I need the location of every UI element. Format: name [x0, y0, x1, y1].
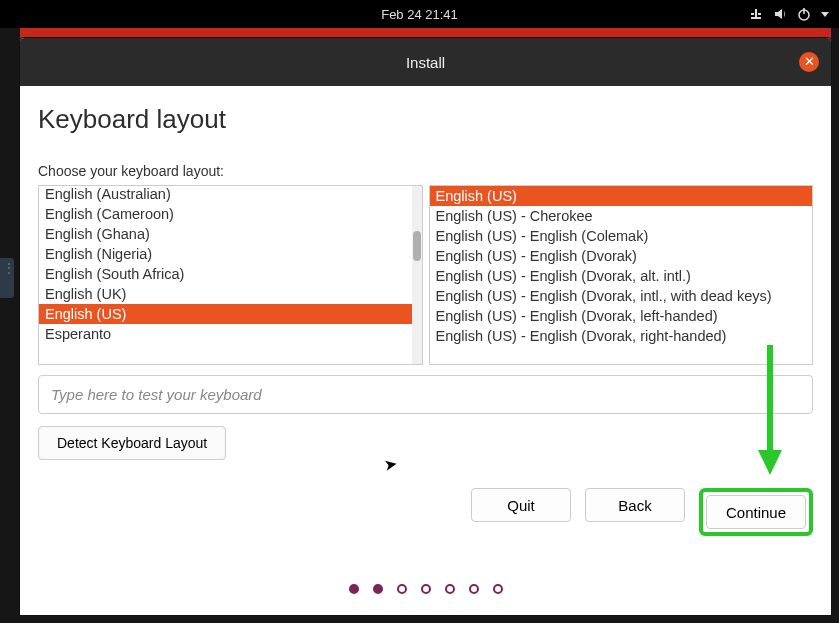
list-item[interactable]: English (US) [39, 304, 422, 324]
dock-reveal-tab[interactable] [0, 258, 14, 298]
installer-content: Keyboard layout Choose your keyboard lay… [20, 86, 831, 615]
volume-icon [773, 7, 787, 21]
back-button[interactable]: Back [585, 488, 685, 522]
scrollbar-thumb[interactable] [413, 231, 421, 261]
detect-layout-button[interactable]: Detect Keyboard Layout [38, 426, 226, 460]
list-item[interactable]: English (Cameroon) [39, 204, 422, 224]
gnome-topbar: Feb 24 21:41 [0, 0, 839, 28]
progress-dot [349, 584, 359, 594]
progress-dots [38, 584, 813, 594]
list-item[interactable]: Esperanto [39, 324, 422, 344]
list-item[interactable]: English (UK) [39, 284, 422, 304]
annotation-arrow [740, 340, 800, 490]
layout-prompt: Choose your keyboard layout: [38, 163, 813, 179]
progress-dot [421, 584, 431, 594]
topbar-status-area[interactable] [749, 0, 829, 28]
navigation-buttons: Quit Back Continue [38, 488, 813, 536]
list-item[interactable]: English (US) - English (Colemak) [430, 226, 813, 246]
scrollbar[interactable] [412, 186, 422, 364]
continue-highlight: Continue [699, 488, 813, 536]
installer-window: Install ✕ Keyboard layout Choose your ke… [20, 38, 831, 615]
topbar-datetime[interactable]: Feb 24 21:41 [381, 7, 458, 22]
list-item[interactable]: English (US) - English (Dvorak) [430, 246, 813, 266]
page-heading: Keyboard layout [38, 104, 813, 135]
continue-button[interactable]: Continue [706, 495, 806, 529]
layout-language-list[interactable]: DzongkhaEnglish (Australian)English (Cam… [38, 185, 423, 365]
progress-dot [469, 584, 479, 594]
progress-dot [373, 584, 383, 594]
list-item[interactable]: English (US) - Cherokee [430, 206, 813, 226]
close-icon: ✕ [804, 54, 815, 69]
progress-dot [493, 584, 503, 594]
list-item[interactable]: English (US) - English (Dvorak, alt. int… [430, 266, 813, 286]
window-title: Install [406, 54, 445, 71]
chevron-down-icon [821, 12, 829, 17]
progress-dot [445, 584, 455, 594]
network-icon [749, 7, 763, 21]
layout-variant-list[interactable]: English (US)English (US) - CherokeeEngli… [429, 185, 814, 365]
progress-dot [397, 584, 407, 594]
list-item[interactable]: English (Australian) [39, 185, 422, 204]
close-button[interactable]: ✕ [799, 52, 819, 72]
window-accent-strip [20, 28, 831, 38]
window-titlebar: Install ✕ [20, 38, 831, 86]
list-item[interactable]: English (US) - English (Dvorak, left-han… [430, 306, 813, 326]
list-item[interactable]: English (US) [430, 186, 813, 206]
keyboard-test-input[interactable] [38, 375, 813, 414]
list-item[interactable]: English (Ghana) [39, 224, 422, 244]
svg-rect-1 [803, 8, 805, 14]
list-item[interactable]: English (South Africa) [39, 264, 422, 284]
list-item[interactable]: English (US) - English (Dvorak, intl., w… [430, 286, 813, 306]
list-item[interactable]: English (Nigeria) [39, 244, 422, 264]
power-icon [797, 7, 811, 21]
quit-button[interactable]: Quit [471, 488, 571, 522]
svg-marker-3 [758, 450, 782, 475]
